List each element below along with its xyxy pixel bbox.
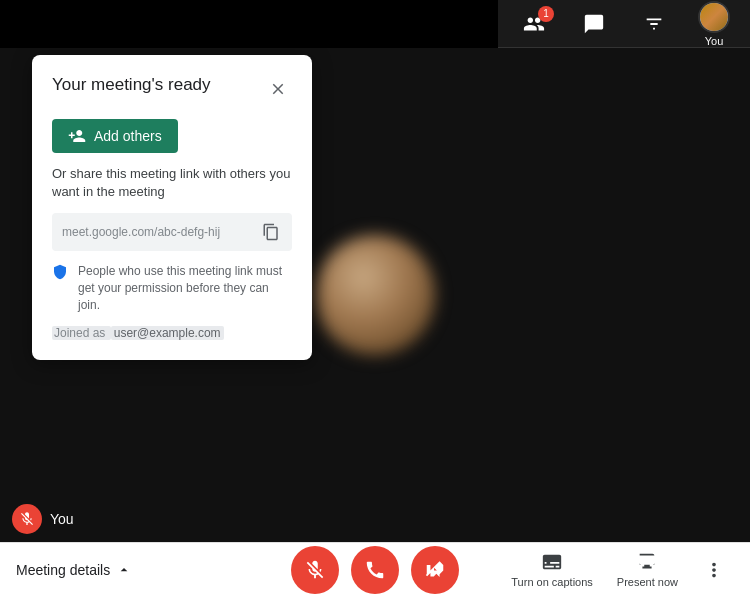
- mic-off-indicator: [12, 504, 42, 534]
- more-icon: [703, 559, 725, 581]
- share-description: Or share this meeting link with others y…: [52, 165, 292, 201]
- mic-muted-icon: [304, 559, 326, 581]
- captions-label: Turn on captions: [511, 576, 593, 588]
- camera-off-button[interactable]: [411, 546, 459, 594]
- close-dialog-button[interactable]: [264, 75, 292, 103]
- captions-icon: [541, 551, 563, 573]
- joined-as: Joined as user@example.com: [52, 326, 292, 340]
- captions-button[interactable]: Turn on captions: [503, 547, 601, 592]
- meeting-details-label: Meeting details: [16, 562, 110, 578]
- end-call-icon: [364, 559, 386, 581]
- activities-icon: [643, 13, 665, 35]
- meeting-link: meet.google.com/abc-defg-hij: [62, 225, 252, 239]
- joined-as-account: user@example.com: [111, 326, 224, 340]
- avatar: [698, 1, 730, 33]
- present-label: Present now: [617, 576, 678, 588]
- camera-off-icon: [424, 559, 446, 581]
- add-others-label: Add others: [94, 128, 162, 144]
- people-badge: 1: [538, 6, 554, 22]
- people-button[interactable]: 1: [506, 0, 562, 48]
- present-icon: [636, 551, 658, 573]
- avatar-face: [700, 1, 728, 33]
- activities-button[interactable]: [626, 0, 682, 48]
- avatar-button[interactable]: You: [686, 0, 742, 48]
- end-call-button[interactable]: [351, 546, 399, 594]
- permission-text: People who use this meeting link must ge…: [78, 263, 292, 313]
- dialog-header: Your meeting's ready: [52, 75, 292, 103]
- copy-icon: [262, 223, 280, 241]
- chevron-up-icon: [116, 562, 132, 578]
- present-button[interactable]: Present now: [609, 547, 686, 592]
- mute-button[interactable]: [291, 546, 339, 594]
- right-controls: Turn on captions Present now: [503, 547, 734, 592]
- meeting-ready-dialog: Your meeting's ready Add others Or share…: [32, 55, 312, 360]
- you-indicator: You: [12, 504, 74, 534]
- chat-icon: [583, 13, 605, 35]
- more-options-button[interactable]: [694, 550, 734, 590]
- close-icon: [269, 80, 287, 98]
- you-label-top: You: [705, 35, 724, 47]
- add-others-button[interactable]: Add others: [52, 119, 178, 153]
- bottom-bar: Meeting details Turn on captions: [0, 542, 750, 596]
- chat-button[interactable]: [566, 0, 622, 48]
- shield-icon-wrap: [52, 264, 68, 280]
- joined-as-prefix: Joined as: [52, 326, 111, 340]
- shield-icon: [52, 264, 68, 280]
- permission-notice: People who use this meeting link must ge…: [52, 263, 292, 313]
- add-person-icon: [68, 127, 86, 145]
- you-name: You: [50, 511, 74, 527]
- bottom-controls: [291, 546, 459, 594]
- copy-link-button[interactable]: [260, 221, 282, 243]
- top-bar: 1 You: [498, 0, 750, 48]
- link-container: meet.google.com/abc-defg-hij: [52, 213, 292, 251]
- participant-avatar: [315, 235, 435, 355]
- meeting-details-button[interactable]: Meeting details: [16, 562, 132, 578]
- dialog-title: Your meeting's ready: [52, 75, 211, 95]
- mic-off-icon: [19, 511, 35, 527]
